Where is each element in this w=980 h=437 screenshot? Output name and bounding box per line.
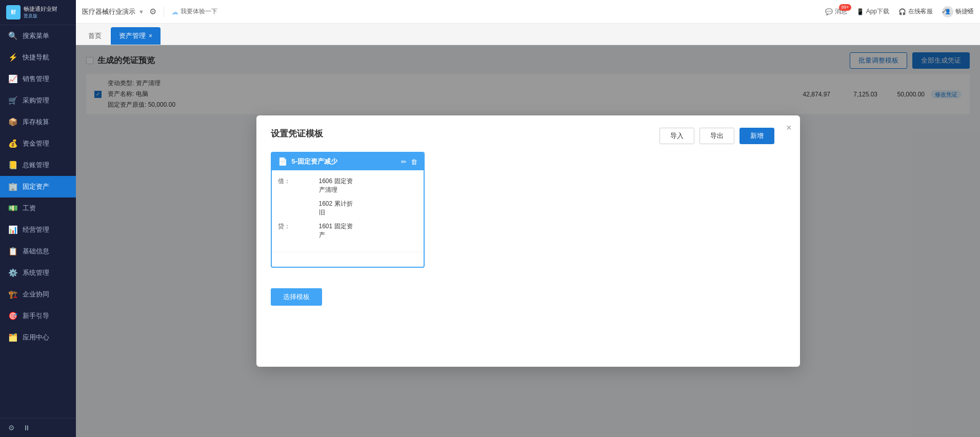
settings-icon[interactable]: ⚙ [8,424,15,432]
fixedasset-icon: 🏢 [8,182,17,191]
inventory-icon: 📦 [8,117,17,127]
sidebar-item-appstore[interactable]: 🗂️ 应用中心 [0,327,76,348]
tab-asset[interactable]: 资产管理 × [111,27,161,45]
company-name: 医疗器械行业演示 [82,7,135,16]
expand-button[interactable]: ⤢ [933,0,956,22]
sidebar: 财 畅捷通好业财 普及版 🔍 搜索菜单 ⚡ 快捷导航 📈 销售管理 🛒 采购管理… [0,0,76,437]
sidebar-item-quicknav-label: 快捷导航 [23,53,49,62]
template-delete-icon[interactable]: 🗑 [411,158,417,166]
close-window-button[interactable]: × [956,0,980,22]
collapse-icon[interactable]: ⏸ [23,424,30,432]
logo-text: 畅捷通好业财 [24,5,57,12]
sidebar-item-operations[interactable]: 📊 经营管理 [0,219,76,241]
basicinfo-icon: 📋 [8,247,17,256]
logo-icon: 财 [6,5,21,19]
template-entry: 借： 1606 固定资产清理 [272,174,424,197]
sidebar-bottom: ⚙ ⏸ [0,418,76,437]
entry-credit [387,222,417,240]
sidebar-item-basicinfo-label: 基础信息 [23,247,49,256]
quicknav-icon: ⚡ [8,53,17,62]
export-button[interactable]: 导出 [699,128,734,144]
purchase-icon: 🛒 [8,96,17,105]
headset-icon: 🎧 [898,8,906,15]
modal-overlay: × 设置凭证模板 导入 导出 新增 📄 5-固定资产减少 [76,45,980,437]
sidebar-item-enterprise[interactable]: 🏗️ 企业协同 [0,284,76,305]
entry-credit [387,200,417,217]
template-card: 📄 5-固定资产减少 ✏ 🗑 借： 1606 固定资产清理 [271,152,425,268]
sidebar-item-enterprise-label: 企业协同 [23,290,49,299]
sidebar-item-fixedasset[interactable]: 🏢 固定资产 [0,176,76,197]
sidebar-item-capital[interactable]: 💰 资金管理 [0,133,76,154]
ledger-icon: 📒 [8,161,17,170]
capital-icon: 💰 [8,139,17,148]
sales-icon: 📈 [8,74,17,84]
sidebar-item-capital-label: 资金管理 [23,139,49,148]
guide-icon: 🎯 [8,311,17,321]
sidebar-item-quicknav[interactable]: ⚡ 快捷导航 [0,47,76,68]
sidebar-item-purchase[interactable]: 🛒 采购管理 [0,90,76,111]
sidebar-item-search[interactable]: 🔍 搜索菜单 [0,25,76,47]
company-chevron-icon: ▼ [138,9,144,15]
logo-badge: 普及版 [24,13,57,19]
entry-account: 1601 固定资产 [319,222,356,240]
entry-debit [356,200,387,217]
sidebar-item-inventory-label: 库存核算 [23,117,49,127]
template-file-icon: 📄 [278,157,288,166]
select-template-button[interactable]: 选择模板 [271,288,322,306]
system-icon: ⚙️ [8,268,17,277]
topbar: 医疗器械行业演示 ▼ ⚙ ☁ 我要体验一下 💬 消息 99+ 📱 App下载 [76,0,980,24]
sidebar-item-guide[interactable]: 🎯 新手引导 [0,305,76,327]
experience-hint[interactable]: ☁ 我要体验一下 [171,7,217,16]
sidebar-item-purchase-label: 采购管理 [23,96,49,105]
tab-asset-close-icon[interactable]: × [149,32,152,39]
appstore-icon: 🗂️ [8,333,17,342]
operations-icon: 📊 [8,225,17,234]
sidebar-item-sales-label: 销售管理 [23,74,49,84]
template-header-left: 📄 5-固定资产减少 [278,157,338,166]
new-button[interactable]: 新增 [739,128,774,144]
logo-text-group: 畅捷通好业财 普及版 [24,5,57,19]
template-edit-icon[interactable]: ✏ [401,158,407,166]
mobile-icon: 📱 [856,8,864,15]
template-entry: 1602 累计折旧 [272,197,424,220]
entry-debit [356,177,387,194]
tab-asset-label: 资产管理 [119,31,146,41]
sidebar-item-ledger-label: 总账管理 [23,161,49,170]
sidebar-item-system-label: 系统管理 [23,268,49,277]
select-template-area: 选择模板 [271,278,786,306]
appdownload-action[interactable]: 📱 App下载 [856,7,889,16]
message-icon: 💬 [825,8,833,15]
sidebar-nav: 🔍 搜索菜单 ⚡ 快捷导航 📈 销售管理 🛒 采购管理 📦 库存核算 💰 资金管… [0,25,76,418]
company-selector[interactable]: 医疗器械行业演示 ▼ [82,7,144,16]
entry-debit [356,222,387,240]
cloud-icon: ☁ [171,8,178,16]
entry-account: 1602 累计折旧 [319,200,356,217]
sidebar-item-system[interactable]: ⚙️ 系统管理 [0,262,76,284]
sidebar-item-sales[interactable]: 📈 销售管理 [0,68,76,90]
sidebar-item-guide-label: 新手引导 [23,311,49,321]
topbar-gear-icon[interactable]: ⚙ [149,7,156,16]
dialog-toolbar: 导入 导出 新增 [659,128,774,144]
topbar-divider [164,7,164,17]
template-header-actions: ✏ 🗑 [401,158,417,166]
entry-credit [387,177,417,194]
sidebar-item-ledger[interactable]: 📒 总账管理 [0,154,76,176]
sidebar-logo: 财 畅捷通好业财 普及版 [0,0,76,25]
sidebar-item-basicinfo[interactable]: 📋 基础信息 [0,241,76,262]
sidebar-item-search-label: 搜索菜单 [23,31,49,41]
sidebar-item-inventory[interactable]: 📦 库存核算 [0,111,76,133]
template-entry: 贷： 1601 固定资产 [272,220,424,242]
minimize-button[interactable]: — [909,0,933,22]
window-controls: — ⤢ × [909,0,980,22]
tabbar: 首页 资产管理 × [76,24,980,45]
tab-home[interactable]: 首页 [80,27,110,45]
search-icon: 🔍 [8,31,17,41]
sidebar-item-payroll[interactable]: 💵 工资 [0,197,76,219]
dialog-close-button[interactable]: × [786,123,792,133]
experience-text: 我要体验一下 [181,7,217,16]
message-action[interactable]: 💬 消息 99+ [825,7,847,16]
import-button[interactable]: 导入 [659,128,694,144]
payroll-icon: 💵 [8,204,17,213]
sidebar-item-operations-label: 经营管理 [23,225,49,234]
enterprise-icon: 🏗️ [8,290,17,299]
